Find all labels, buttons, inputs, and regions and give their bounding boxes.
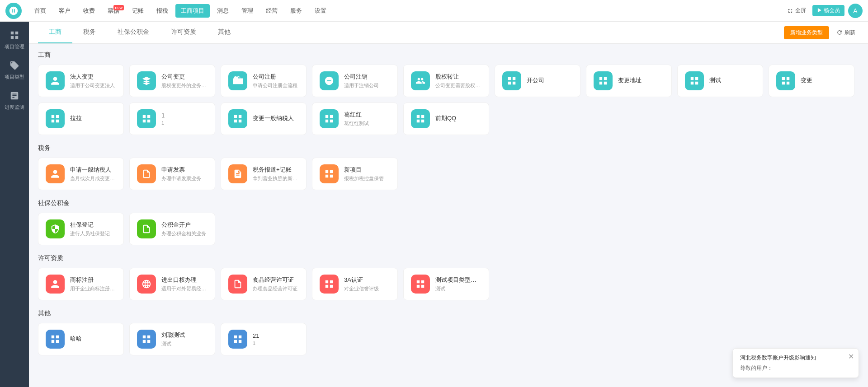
card-title: 3A认证 bbox=[344, 276, 390, 284]
card-new-project[interactable]: 新项目 报税加税控盘保管 bbox=[312, 158, 398, 190]
card-change-address[interactable]: 变更地址 bbox=[586, 65, 672, 97]
nav-right: 全屏 ▶ 畅会员 A bbox=[784, 4, 863, 18]
card-open-company[interactable]: 开公司 bbox=[495, 65, 580, 97]
card-social-register[interactable]: 社保登记 进行人员社保登记 bbox=[38, 213, 124, 245]
card-apply-invoice[interactable]: 申请发票 办理申请发票业务 bbox=[129, 158, 215, 190]
nav-customer[interactable]: 客户 bbox=[53, 4, 76, 18]
card-change[interactable]: 变更 bbox=[769, 65, 854, 97]
card-tax-report[interactable]: 税务报道+记账 拿到营业执照的新公司 bbox=[221, 158, 307, 190]
sidebar-item-project-manage[interactable]: 项目管理 bbox=[2, 25, 27, 54]
tab-social[interactable]: 社保公积金 bbox=[107, 22, 160, 43]
notification-close[interactable]: ✕ bbox=[848, 352, 854, 361]
card-equity-transfer[interactable]: 股权转让 公司变更需要股权转让 bbox=[403, 65, 489, 97]
card-title: 开公司 bbox=[527, 76, 573, 84]
card-lala[interactable]: 拉拉 bbox=[38, 103, 124, 135]
card-info: 税务报道+记账 拿到营业执照的新公司 bbox=[253, 166, 299, 182]
tab-industry[interactable]: 工商 bbox=[38, 22, 72, 43]
card-legal-change[interactable]: 法人变更 适用于公司变更法人 bbox=[38, 65, 124, 97]
card-company-cancel[interactable]: 公司注销 适用于注销公司 bbox=[312, 65, 398, 97]
card-icon bbox=[594, 71, 613, 90]
tab-license[interactable]: 许可资质 bbox=[160, 22, 207, 43]
nav-operation[interactable]: 经营 bbox=[260, 4, 283, 18]
card-info: 社保登记 进行人员社保登记 bbox=[70, 221, 116, 237]
card-change-taxpayer[interactable]: 变更一般纳税人 bbox=[221, 103, 307, 135]
card-desc: 测试 bbox=[435, 285, 481, 292]
card-icon bbox=[502, 71, 521, 90]
card-icon bbox=[137, 71, 156, 90]
nav-accounting[interactable]: 记账 bbox=[127, 4, 149, 18]
card-icon bbox=[228, 109, 247, 128]
card-title: 公司注册 bbox=[253, 73, 299, 81]
card-apply-taxpayer[interactable]: 申请一般纳税人 当月或次月成变更完成 bbox=[38, 158, 124, 190]
card-test[interactable]: 测试 bbox=[677, 65, 763, 97]
card-test-type[interactable]: 测试项目类型目定义 测试 bbox=[403, 268, 489, 300]
notification-content: 尊敬的用户： bbox=[740, 364, 851, 372]
tab-other[interactable]: 其他 bbox=[207, 22, 241, 43]
card-food-license[interactable]: 食品经营许可证 办理食品经营许可证 bbox=[221, 268, 307, 300]
card-gehonghong[interactable]: 葛红红 葛红红测试 bbox=[312, 103, 398, 135]
card-title: 公司变更 bbox=[161, 73, 208, 81]
card-title: 股权转让 bbox=[435, 73, 481, 81]
card-import-export[interactable]: 进出口权办理 适用于对外贸易经营者 bbox=[129, 268, 215, 300]
card-title: 公积金开户 bbox=[161, 221, 208, 229]
card-company-change[interactable]: 公司变更 股权变更外的业务变更 bbox=[129, 65, 215, 97]
card-one[interactable]: 1 1 bbox=[129, 103, 215, 135]
ticket-badge: new bbox=[113, 5, 124, 10]
card-icon bbox=[776, 71, 795, 90]
card-info-legal-change: 法人变更 适用于公司变更法人 bbox=[70, 73, 116, 89]
nav-items: 首页 客户 收费 票据 new 记账 报税 工商项目 消息 管理 经营 服务 设… bbox=[29, 4, 784, 18]
nav-settings[interactable]: 设置 bbox=[309, 4, 332, 18]
nav-ticket[interactable]: 票据 new bbox=[102, 4, 125, 18]
card-info: 测试 bbox=[709, 76, 755, 86]
card-info: 哈哈 bbox=[70, 335, 116, 344]
sidebar-item-project-type[interactable]: 项目类型 bbox=[2, 56, 27, 84]
card-3a-cert[interactable]: 3A认证 对企业信誉评级 bbox=[312, 268, 398, 300]
nav-home[interactable]: 首页 bbox=[29, 4, 52, 18]
card-icon bbox=[137, 219, 156, 238]
card-desc: 1 bbox=[253, 340, 299, 346]
card-title: 拉拉 bbox=[70, 114, 116, 122]
card-info: 3A认证 对企业信誉评级 bbox=[344, 276, 390, 292]
logo[interactable] bbox=[5, 3, 22, 19]
fullscreen-button[interactable]: 全屏 bbox=[784, 5, 809, 16]
content-area: 工商 法人变更 适用于公司变更法人 bbox=[29, 44, 868, 372]
card-company-register[interactable]: 公司注册 申请公司注册全流程 bbox=[221, 65, 307, 97]
card-desc: 用于企业商标注册服务 bbox=[70, 285, 116, 292]
nav-billing[interactable]: 收费 bbox=[78, 4, 100, 18]
card-icon bbox=[228, 71, 247, 90]
nav-message[interactable]: 消息 bbox=[212, 4, 234, 18]
card-desc: 葛红红测试 bbox=[344, 120, 390, 127]
card-21[interactable]: 21 1 bbox=[221, 323, 307, 355]
card-haha[interactable]: 哈哈 bbox=[38, 323, 124, 355]
vip-button[interactable]: ▶ 畅会员 bbox=[812, 5, 844, 16]
card-desc: 办理申请发票业务 bbox=[161, 175, 208, 182]
nav-service[interactable]: 服务 bbox=[285, 4, 307, 18]
card-trademark[interactable]: 商标注册 用于企业商标注册服务 bbox=[38, 268, 124, 300]
card-desc: 当月或次月成变更完成 bbox=[70, 175, 116, 182]
nav-tax[interactable]: 报税 bbox=[151, 4, 174, 18]
card-icon bbox=[137, 275, 156, 294]
sidebar-item-progress[interactable]: 进度监测 bbox=[2, 86, 27, 114]
add-type-button[interactable]: 新增业务类型 bbox=[784, 26, 829, 39]
refresh-button[interactable]: 刷新 bbox=[833, 27, 859, 38]
tab-tax[interactable]: 税务 bbox=[72, 22, 107, 43]
notification: ✕ 河北税务数字账户升级影响通知 尊敬的用户： bbox=[732, 348, 859, 378]
nav-industry[interactable]: 工商项目 bbox=[175, 4, 210, 18]
card-info: 开公司 bbox=[527, 76, 573, 86]
card-info: 21 1 bbox=[253, 332, 299, 346]
card-liucong[interactable]: 刘聪测试 测试 bbox=[129, 323, 215, 355]
card-desc: 适用于公司变更法人 bbox=[70, 82, 116, 89]
card-icon bbox=[228, 330, 247, 349]
card-icon bbox=[320, 109, 339, 128]
card-icon bbox=[137, 330, 156, 349]
avatar[interactable]: A bbox=[848, 4, 863, 18]
nav-manage[interactable]: 管理 bbox=[236, 4, 259, 18]
tabs-bar: 工商 税务 社保公积金 许可资质 其他 新增业务类型 刷新 bbox=[29, 22, 868, 44]
chart-icon bbox=[8, 89, 21, 102]
card-title: 哈哈 bbox=[70, 335, 116, 343]
card-title: 葛红红 bbox=[344, 111, 390, 119]
section-license: 许可资质 商标注册 用于企业商标注册服务 bbox=[38, 254, 859, 300]
card-provident-fund[interactable]: 公积金开户 办理公积金相关业务 bbox=[129, 213, 215, 245]
card-qq[interactable]: 前期QQ bbox=[403, 103, 489, 135]
card-title: 前期QQ bbox=[435, 114, 481, 122]
